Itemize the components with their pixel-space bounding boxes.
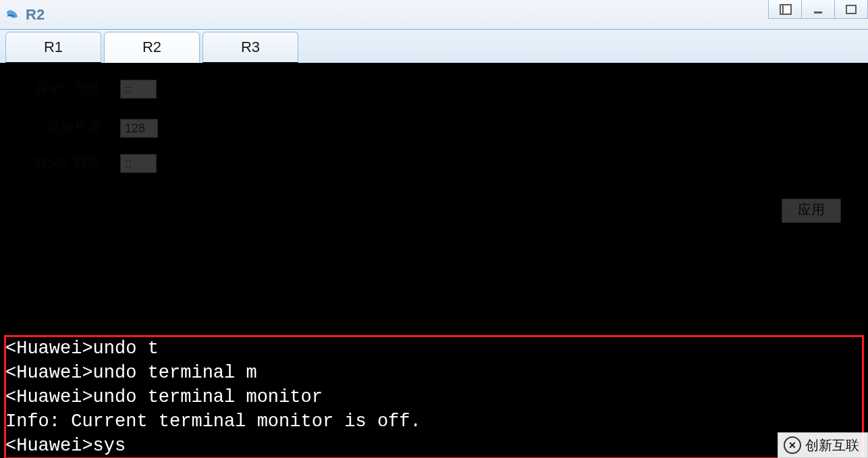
tab-r2[interactable]: R2: [104, 32, 200, 63]
tab-r3[interactable]: R3: [202, 32, 298, 63]
terminal-line: <Huawei>undo t: [5, 336, 864, 361]
terminal-line: Info: Current terminal monitor is off.: [5, 409, 864, 434]
svg-rect-2: [814, 11, 822, 14]
tab-strip: R1 R2 R3: [0, 30, 868, 63]
window-title: R2: [26, 6, 45, 24]
ghost-ipv6-label: IPv6 地址：: [7, 77, 115, 101]
tab-label: R2: [142, 39, 161, 56]
ghost-ipv6-seg: [120, 80, 157, 99]
ghost-gateway-label: IPv6 网关：: [7, 151, 115, 176]
terminal-output[interactable]: IPv6 地址： 前缀长度： IPv6 网关： 应用 配置好 PC 机的 IP …: [0, 63, 868, 458]
ghost-apply-button: 应用: [782, 199, 841, 223]
window-page-button[interactable]: [768, 0, 802, 19]
svg-rect-1: [783, 5, 791, 14]
ghost-prefix-label: 前缀长度：: [7, 116, 115, 141]
tab-label: R1: [44, 39, 63, 56]
watermark-badge: ✕ 创新互联: [778, 432, 868, 458]
ghost-bg-text-1: 配置好 PC 机的 IP 地址，子网掩码，网关之后，: [7, 220, 864, 263]
tab-r1[interactable]: R1: [5, 32, 101, 63]
terminal-lines: <Huawei>undo t<Huawei>undo terminal m<Hu…: [5, 336, 864, 458]
watermark-logo-icon: ✕: [784, 436, 801, 454]
ghost-gateway-seg: [120, 154, 157, 173]
terminal-line: <Huawei>undo terminal monitor: [5, 385, 864, 409]
window-maximize-button[interactable]: [834, 0, 868, 19]
window-titlebar: R2: [0, 0, 868, 30]
ghost-prefix-value: [120, 119, 158, 138]
watermark-text: 创新互联: [805, 436, 859, 455]
ghost-background-form: IPv6 地址： 前缀长度： IPv6 网关： 应用: [0, 63, 868, 239]
svg-rect-3: [846, 5, 856, 14]
window-controls: [768, 0, 868, 30]
terminal-line: <Huawei>undo terminal m: [5, 361, 864, 385]
terminal-line: <Huawei>sys: [5, 434, 864, 458]
app-icon: [4, 7, 20, 23]
ghost-bg-text-2: 开始配置路由 R1/2/3/的 IP 地址。: [7, 281, 864, 324]
window-minimize-button[interactable]: [801, 0, 835, 19]
tab-label: R3: [241, 39, 260, 56]
